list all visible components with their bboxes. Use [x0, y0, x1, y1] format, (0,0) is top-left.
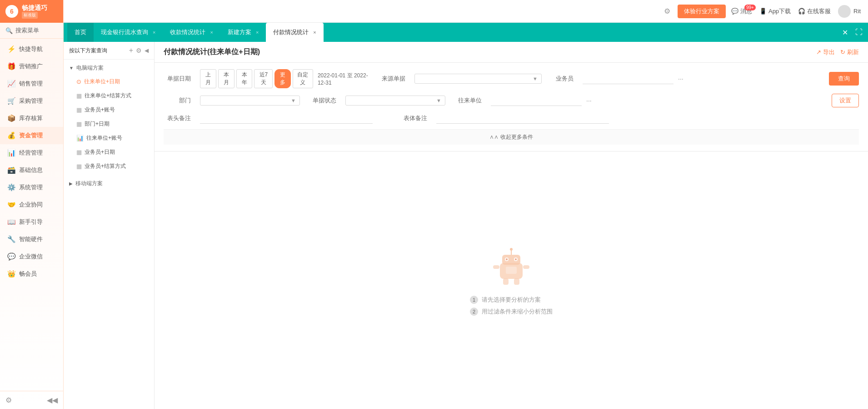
search-menu[interactable]: 🔍 搜索菜单: [0, 23, 63, 39]
settings-icon[interactable]: ⚙: [664, 7, 670, 15]
salesman-input[interactable]: [583, 73, 673, 84]
tab-bar: 首页 现金银行流水查询 × 收款情况统计 × 新建方案 × 付款情况统计 × ✕…: [64, 23, 868, 42]
message-icon: 💬: [731, 8, 738, 15]
tab-bar-actions: ✕ ⛶: [840, 26, 864, 39]
trial-button[interactable]: 体验行业方案: [678, 5, 726, 18]
sidebar-item-system[interactable]: ⚙️ 系统管理: [0, 179, 63, 196]
table-icon: ▦: [76, 92, 82, 99]
right-panel: 付款情况统计(往来单位+日期) ↗ 导出 ↻ 刷新 单据日期: [155, 42, 868, 409]
btn-last-month[interactable]: 上月: [200, 69, 216, 88]
schema-item-unit-settle[interactable]: ▦ 往来单位+结算方式: [64, 89, 154, 103]
sidebar-item-sales[interactable]: 📈 销售管理: [0, 75, 63, 92]
table-icon-2: ▦: [76, 106, 82, 113]
schema-item-salesman-date[interactable]: ▦ 业务员+日期: [64, 145, 154, 159]
sidebar-item-hardware[interactable]: 🔧 智能硬件: [0, 231, 63, 248]
table-header-input[interactable]: [200, 113, 373, 124]
sidebar-item-marketing[interactable]: 🎁 营销推广: [0, 58, 63, 75]
sidebar-item-enterprise[interactable]: 🤝 企业协同: [0, 196, 63, 213]
schema-item-salesman-settle[interactable]: ▦ 业务员+结算方式: [64, 159, 154, 173]
dept-select[interactable]: ▼: [200, 96, 300, 106]
close-payments-icon[interactable]: ×: [313, 30, 316, 35]
refresh-button[interactable]: ↻ 刷新: [840, 48, 859, 56]
date-buttons: 上月 本月 本年 近7天 更多 自定义: [200, 69, 313, 88]
source-label: 来源单据: [382, 75, 405, 83]
filter-row-1: 单据日期 上月 本月 本年 近7天 更多 自定义 2022-01-01 至 20…: [164, 69, 859, 88]
btn-this-year[interactable]: 本年: [236, 69, 253, 88]
operations-icon: 📊: [7, 149, 15, 157]
query-button[interactable]: 查询: [829, 72, 859, 86]
logo-text: 畅捷通巧 标准版: [22, 4, 47, 19]
schema-item-unit-date[interactable]: ⊙ 往来单位+日期: [64, 75, 154, 89]
expand-desktop-icon: ▼: [69, 66, 74, 71]
tab-new-plan[interactable]: 新建方案 ×: [220, 23, 266, 42]
user-area[interactable]: Rit: [838, 5, 861, 18]
gift-icon: 🎁: [7, 62, 15, 71]
add-schema-icon[interactable]: +: [129, 46, 133, 55]
sidebar-item-member[interactable]: 👑 畅会员: [0, 265, 63, 283]
setting-button[interactable]: 设置: [832, 94, 859, 107]
settings-footer-icon[interactable]: ⚙: [5, 396, 12, 404]
schema-item-dept-date[interactable]: ▦ 部门+日期: [64, 117, 154, 131]
tab-payments[interactable]: 付款情况统计 ×: [266, 23, 323, 42]
hardware-icon: 🔧: [7, 235, 15, 243]
source-select[interactable]: ▼: [414, 74, 542, 84]
collapse-more[interactable]: ∧∧ 收起更多条件: [164, 129, 859, 145]
sidebar-item-basic[interactable]: 🗃️ 基础信息: [0, 162, 63, 179]
related-unit-input[interactable]: [491, 95, 582, 106]
sidebar-item-finance[interactable]: 💰 资金管理: [0, 127, 63, 144]
chart-icon: 📈: [7, 80, 15, 88]
related-unit-dots[interactable]: ···: [584, 97, 594, 104]
app-download-button[interactable]: 📱 App下载: [759, 7, 791, 15]
close-all-tabs-icon[interactable]: ✕: [840, 26, 850, 39]
schema-group-mobile-title[interactable]: ▶ 移动端方案: [64, 177, 154, 190]
filter-row-2: 部门 ▼ 单据状态 ▼ 往来单位 ··· 设置: [164, 94, 859, 107]
close-receipts-icon[interactable]: ×: [210, 30, 213, 35]
sidebar-item-purchase[interactable]: 🛒 采购管理: [0, 92, 63, 110]
tab-home[interactable]: 首页: [67, 23, 94, 42]
doc-status-select[interactable]: ▼: [345, 96, 445, 106]
btn-this-month[interactable]: 本月: [218, 69, 234, 88]
avatar: [838, 5, 851, 18]
svg-rect-11: [514, 278, 519, 285]
headset-icon: 🎧: [798, 8, 805, 15]
bar-chart-icon: 📊: [76, 135, 84, 141]
database-icon: 🗃️: [7, 166, 15, 174]
salesman-dots[interactable]: ···: [676, 75, 685, 82]
messages-button[interactable]: 💬 消息 99+: [731, 7, 752, 15]
collapse-panel-icon[interactable]: ◀: [145, 47, 149, 54]
svg-rect-8: [493, 265, 499, 269]
table-body-input[interactable]: [436, 113, 609, 124]
btn-custom-date[interactable]: 自定义: [293, 69, 313, 88]
money-icon: 💰: [7, 131, 15, 140]
schema-group-desktop: ▼ 电脑端方案 ⊙ 往来单位+日期 ▦ 往来单位+结算方式 ▦ 业务员+账号 ▦: [64, 60, 154, 175]
online-service-button[interactable]: 🎧 在线客服: [798, 7, 831, 15]
schema-item-unit-account[interactable]: 📊 往来单位+账号: [64, 131, 154, 145]
active-item-icon: ⊙: [76, 78, 81, 85]
sidebar-item-quicknav[interactable]: ⚡ 快捷导航: [0, 40, 63, 58]
collapse-sidebar-icon[interactable]: ◀◀: [47, 396, 58, 404]
svg-rect-10: [503, 278, 509, 285]
sidebar-nav: ⚡ 快捷导航 🎁 营销推广 📈 销售管理 🛒 采购管理 📦 库存核算 💰 资金管…: [0, 39, 63, 391]
close-newplan-icon[interactable]: ×: [256, 30, 259, 35]
sidebar-item-inventory[interactable]: 📦 库存核算: [0, 110, 63, 127]
doc-status-label: 单据状态: [309, 96, 336, 105]
tab-receipts[interactable]: 收款情况统计 ×: [163, 23, 220, 42]
sidebar-item-guide[interactable]: 📖 新手引导: [0, 213, 63, 231]
export-button[interactable]: ↗ 导出: [816, 48, 835, 56]
sidebar-item-operations[interactable]: 📊 经营管理: [0, 144, 63, 162]
wechat-icon: 💬: [7, 252, 15, 261]
schema-settings-icon[interactable]: ⚙: [136, 47, 142, 54]
close-cashflow-icon[interactable]: ×: [153, 30, 155, 35]
doc-status-arrow: ▼: [436, 98, 441, 103]
empty-tips: 1 请先选择要分析的方案 2 用过滤条件来缩小分析范围: [470, 296, 553, 316]
left-panel-actions: + ⚙ ◀: [129, 46, 149, 55]
btn-more-dates[interactable]: 更多: [274, 69, 291, 88]
sidebar-item-wechat[interactable]: 💬 企业微信: [0, 248, 63, 265]
schema-item-salesman-account[interactable]: ▦ 业务员+账号: [64, 103, 154, 117]
source-select-arrow: ▼: [533, 76, 538, 81]
schema-group-desktop-title[interactable]: ▼ 电脑端方案: [64, 61, 154, 75]
export-icon: ↗: [816, 49, 821, 56]
tab-cashflow[interactable]: 现金银行流水查询 ×: [94, 23, 163, 42]
expand-tabs-icon[interactable]: ⛶: [853, 26, 864, 38]
btn-last-7days[interactable]: 近7天: [254, 69, 273, 88]
